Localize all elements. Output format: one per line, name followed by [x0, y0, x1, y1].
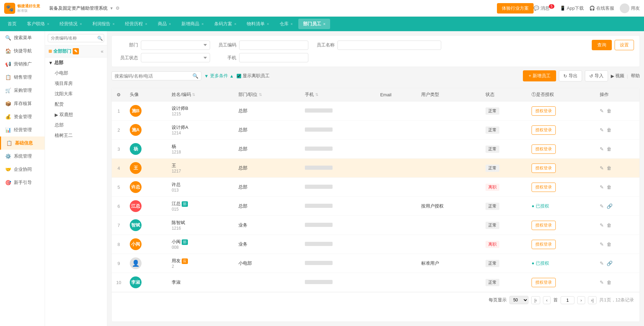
edit-btn-4[interactable]: ✎: [600, 165, 604, 171]
online-service-btn[interactable]: 🎧 在线客服: [589, 5, 614, 11]
per-page-select[interactable]: 50 100 200: [509, 296, 528, 304]
auth-btn-1[interactable]: 授权登录: [532, 106, 556, 116]
title-dropdown-icon[interactable]: ▾: [110, 6, 113, 11]
tab-goods[interactable]: 商品×: [153, 19, 176, 29]
tree-search-input[interactable]: [48, 34, 104, 42]
add-employee-button[interactable]: + 新增员工: [523, 70, 556, 81]
tab-close-goods[interactable]: ×: [169, 22, 171, 26]
delete-btn-3[interactable]: 🗑: [607, 146, 611, 152]
edit-btn-6[interactable]: ✎: [600, 203, 604, 209]
help-button[interactable]: 帮助: [631, 73, 640, 79]
search-icon-btn[interactable]: 🔍: [192, 73, 198, 79]
first-page-btn[interactable]: |‹: [531, 296, 540, 304]
tab-close-warehouse[interactable]: ×: [291, 22, 293, 26]
tab-customer[interactable]: 客户联络×: [22, 19, 54, 29]
col-phone[interactable]: 手机 ⇅: [301, 88, 376, 102]
tab-barcode[interactable]: 条码方案×: [209, 19, 241, 29]
tree-collapse-btn[interactable]: «: [101, 49, 103, 54]
delete-btn-1[interactable]: 🗑: [607, 108, 611, 114]
auth-btn-8[interactable]: 授权登录: [532, 240, 556, 249]
more-filters-btn[interactable]: ▼ 更多条件 ▲: [204, 73, 234, 79]
tree-node-shenyang[interactable]: 沈阳大库: [45, 89, 107, 99]
export-button[interactable]: ↻ 导出: [559, 70, 582, 81]
sidebar-item-inventory[interactable]: 📦 库存核算: [0, 97, 45, 110]
edit-btn-9[interactable]: ✎: [600, 261, 604, 266]
tree-node-project[interactable]: 项目库房: [45, 78, 107, 89]
import-button[interactable]: ↺ 导入: [585, 70, 608, 81]
col-settings[interactable]: ⚙: [112, 88, 126, 102]
tree-search-icon[interactable]: 🔍: [97, 36, 103, 41]
tab-close-barcode[interactable]: ×: [234, 22, 236, 26]
tab-close-add-goods[interactable]: ×: [201, 22, 203, 26]
delete-btn-6[interactable]: 🔗: [607, 203, 613, 209]
setting-button[interactable]: 设置: [615, 40, 634, 50]
auth-btn-4[interactable]: 授权登录: [532, 164, 556, 173]
query-button[interactable]: 查询: [592, 40, 612, 50]
edit-btn-1[interactable]: ✎: [600, 108, 604, 114]
tab-close-customer[interactable]: ×: [47, 22, 49, 26]
emp-status-select[interactable]: [141, 53, 210, 62]
view-button[interactable]: ▶ 视频: [611, 73, 624, 79]
sidebar-item-search[interactable]: 🔍 搜索菜单: [0, 31, 45, 44]
auth-btn-5[interactable]: 授权登录: [532, 183, 556, 192]
delete-btn-8[interactable]: 🗑: [607, 241, 611, 247]
delete-btn-2[interactable]: 🗑: [607, 127, 611, 133]
edit-btn-10[interactable]: ✎: [600, 280, 604, 285]
prev-page-btn[interactable]: ‹: [543, 296, 551, 304]
tree-node-shuanglu[interactable]: ▶ 双鹿想: [45, 109, 107, 120]
edit-btn-2[interactable]: ✎: [600, 127, 604, 133]
settings-gear-icon[interactable]: ⚙: [116, 6, 120, 11]
tab-bom[interactable]: 物料清单×: [242, 19, 274, 29]
tree-node-xiaodibu[interactable]: 小电部: [45, 68, 107, 78]
tab-close-operations[interactable]: ×: [80, 22, 82, 26]
sidebar-item-guide[interactable]: 🎯 新手引导: [0, 176, 45, 189]
auth-btn-3[interactable]: 授权登录: [532, 144, 556, 154]
tab-add-goods[interactable]: 新增商品×: [176, 19, 208, 29]
delete-btn-5[interactable]: 🗑: [607, 184, 611, 190]
tree-node-distribution[interactable]: 配货: [45, 99, 107, 109]
message-btn[interactable]: 💬 消息 5: [534, 5, 554, 11]
dept-select[interactable]: [141, 41, 210, 50]
col-name[interactable]: 姓名/编码 ⇅: [167, 88, 234, 102]
tab-close-dept[interactable]: ×: [323, 22, 325, 26]
tab-dept-employee[interactable]: 部门员工×: [298, 19, 330, 29]
tree-node-zhishu[interactable]: 植树王二: [45, 130, 107, 141]
show-resigned-toggle[interactable]: 显示离职员工: [237, 73, 270, 79]
tree-node-zongbu[interactable]: 总部: [45, 120, 107, 130]
edit-btn-8[interactable]: ✎: [600, 241, 604, 247]
tab-close-history[interactable]: ×: [145, 22, 147, 26]
edit-btn-3[interactable]: ✎: [600, 146, 604, 152]
delete-btn-4[interactable]: 🗑: [607, 165, 611, 171]
sidebar-item-shortcut[interactable]: 🏠 快捷导航: [0, 44, 45, 58]
tab-history[interactable]: 经营历程×: [120, 19, 152, 29]
page-number-input[interactable]: [561, 296, 574, 304]
delete-btn-10[interactable]: 🗑: [607, 280, 611, 285]
show-resigned-checkbox[interactable]: [237, 74, 241, 78]
app-download-btn[interactable]: 📱 App下载: [560, 5, 584, 11]
sidebar-item-sales[interactable]: 📋 销售管理: [0, 71, 45, 84]
edit-btn-7[interactable]: ✎: [600, 222, 604, 228]
trial-button[interactable]: 体验行业方案: [497, 3, 534, 14]
sidebar-item-collab[interactable]: 🤝 企业协同: [0, 163, 45, 176]
auth-btn-2[interactable]: 授权登录: [532, 125, 556, 135]
emp-name-input[interactable]: [337, 41, 441, 50]
tab-close-bom[interactable]: ×: [267, 22, 269, 26]
emp-code-input[interactable]: [239, 41, 308, 50]
auth-btn-10[interactable]: 授权登录: [532, 278, 556, 287]
edit-btn-5[interactable]: ✎: [600, 184, 604, 190]
tab-warehouse[interactable]: 仓库×: [275, 19, 298, 29]
search-input[interactable]: [115, 73, 192, 79]
sidebar-item-finance[interactable]: 💰 资金管理: [0, 110, 45, 123]
last-page-btn[interactable]: ›|: [588, 296, 597, 304]
tab-close-profit[interactable]: ×: [112, 22, 115, 26]
tab-profit[interactable]: 利润报告×: [88, 19, 119, 29]
delete-btn-9[interactable]: 🔗: [607, 261, 613, 266]
col-dept[interactable]: 部门/职位 ⇅: [234, 88, 301, 102]
tree-edit-icon[interactable]: ✎: [73, 48, 79, 54]
sidebar-item-system[interactable]: ⚙️ 系统管理: [0, 150, 45, 163]
sidebar-item-operation[interactable]: 📊 经营管理: [0, 123, 45, 136]
sidebar-item-purchase[interactable]: 🛒 采购管理: [0, 84, 45, 97]
tab-home[interactable]: 首页: [3, 19, 21, 29]
next-page-btn[interactable]: ›: [577, 296, 585, 304]
tab-operations[interactable]: 经营情况×: [55, 19, 87, 29]
